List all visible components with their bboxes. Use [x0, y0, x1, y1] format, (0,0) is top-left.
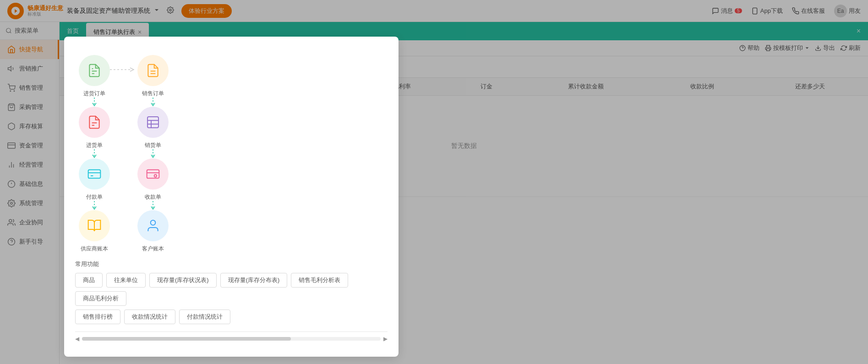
flow-node-sales-order[interactable]: 销售订单: [137, 55, 169, 98]
flow-label-customer-account: 客户账本: [142, 245, 164, 253]
flow-node-purchase-bill[interactable]: 进货单: [79, 107, 110, 149]
quick-guide-panel: 进货订单 进货单: [64, 37, 399, 357]
flow-icon-sales-bill: [137, 107, 169, 138]
fn-btn-counterparty[interactable]: 往来单位: [106, 273, 146, 288]
fn-btn-sales-profit[interactable]: 销售毛利分析表: [291, 273, 348, 288]
flow-label-payment: 付款单: [86, 193, 103, 201]
scroll-right-button[interactable]: ▶: [383, 336, 388, 342]
flow-label-supplier-account: 供应商账本: [81, 245, 108, 253]
function-buttons-row1: 商品 往来单位 现存量(库存状况表) 现存量(库存分布表) 销售毛利分析表 商品…: [75, 273, 388, 306]
flow-node-receipt[interactable]: 收款单: [137, 158, 169, 201]
scroll-track[interactable]: [82, 337, 381, 341]
svg-point-51: [151, 220, 156, 225]
flow-label-purchase-order: 进货订单: [83, 90, 105, 98]
flow-icon-sales-order: [137, 55, 169, 86]
flow-node-customer-account[interactable]: 客户账本: [137, 210, 169, 253]
scroll-left-button[interactable]: ◀: [75, 336, 79, 342]
flow-icon-purchase-bill: [79, 107, 110, 138]
flow-node-sales-bill[interactable]: 销货单: [137, 107, 169, 149]
flow-label-receipt: 收款单: [145, 193, 161, 201]
flow-icon-receipt: [137, 158, 169, 190]
flow-node-purchase-order[interactable]: 进货订单: [79, 55, 110, 98]
fn-btn-payment-stats[interactable]: 付款情况统计: [179, 310, 230, 324]
flow-icon-payment: [79, 158, 110, 190]
flow-node-supplier-account[interactable]: 供应商账本: [79, 210, 110, 253]
svg-rect-47: [147, 170, 159, 179]
fn-btn-stock-dist[interactable]: 现存量(库存分布表): [220, 273, 288, 288]
svg-rect-34: [88, 170, 101, 179]
scroll-thumb: [82, 337, 291, 341]
svg-point-49: [154, 174, 157, 177]
flow-node-payment[interactable]: 付款单: [79, 158, 110, 201]
common-functions-title: 常用功能: [75, 260, 388, 268]
flow-icon-customer-account: [137, 210, 169, 241]
flow-label-purchase-bill: 进货单: [86, 141, 103, 149]
flow-icon-purchase-order: [79, 55, 110, 86]
fn-btn-stock-status[interactable]: 现存量(库存状况表): [149, 273, 217, 288]
fn-btn-sales-rank[interactable]: 销售排行榜: [75, 310, 120, 324]
common-functions: 常用功能 商品 往来单位 现存量(库存状况表) 现存量(库存分布表) 销售毛利分…: [75, 260, 388, 324]
svg-rect-42: [147, 117, 158, 128]
flow-label-sales-order: 销售订单: [142, 90, 164, 98]
flow-label-sales-bill: 销货单: [145, 141, 161, 149]
fn-btn-product-profit[interactable]: 商品毛利分析: [75, 291, 126, 306]
fn-btn-product[interactable]: 商品: [75, 273, 103, 288]
scroll-bar-area: ◀ ▶: [75, 331, 388, 346]
flow-icon-supplier-account: [79, 210, 110, 241]
fn-btn-receipt-stats[interactable]: 收款情况统计: [124, 310, 175, 324]
function-buttons-row2: 销售排行榜 收款情况统计 付款情况统计: [75, 310, 388, 324]
